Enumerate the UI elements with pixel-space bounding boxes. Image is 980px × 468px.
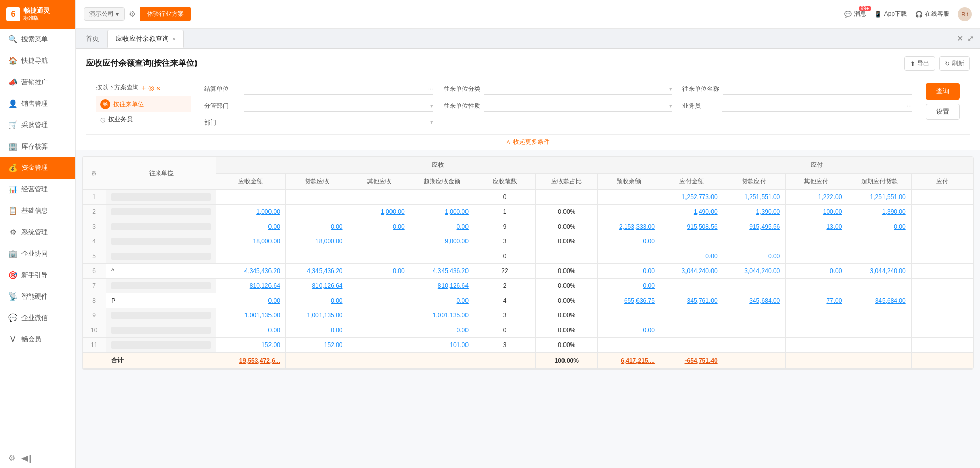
table-cell[interactable]: 13.00 bbox=[786, 219, 847, 234]
filter-edit-icon[interactable]: ◎ bbox=[148, 84, 154, 92]
table-cell[interactable]: 9,000.00 bbox=[410, 234, 474, 249]
table-settings-icon[interactable]: ⚙ bbox=[91, 170, 97, 177]
table-cell[interactable] bbox=[847, 308, 911, 323]
table-cell[interactable]: 4,345,436.20 bbox=[216, 264, 285, 279]
sidebar-item-search[interactable]: 🔍 搜索菜单 bbox=[0, 29, 75, 50]
table-cell[interactable]: 3,044,240.00 bbox=[723, 264, 786, 279]
table-cell[interactable]: 915,508.56 bbox=[660, 219, 723, 234]
table-cell[interactable] bbox=[348, 293, 410, 308]
table-cell[interactable] bbox=[216, 249, 285, 264]
avatar[interactable]: Rit bbox=[958, 7, 972, 21]
query-button[interactable]: 查询 bbox=[926, 83, 960, 100]
table-cell[interactable]: 101.00 bbox=[410, 338, 474, 353]
export-button[interactable]: ⬆ 导出 bbox=[904, 56, 935, 71]
sidebar-item-system[interactable]: ⚙ 系统管理 bbox=[0, 221, 75, 243]
table-cell[interactable] bbox=[660, 234, 723, 249]
table-cell[interactable] bbox=[348, 279, 410, 293]
table-cell[interactable]: 0.00 bbox=[348, 219, 410, 234]
table-cell[interactable]: 0.00 bbox=[216, 323, 285, 338]
table-cell[interactable] bbox=[348, 308, 410, 323]
table-cell[interactable]: 0.00 bbox=[598, 323, 660, 338]
table-cell[interactable] bbox=[660, 338, 723, 353]
sidebar-item-enterprise[interactable]: 🏢 企业协同 bbox=[0, 243, 75, 264]
table-cell[interactable]: 0.00 bbox=[410, 323, 474, 338]
table-cell[interactable]: 1,001,135.00 bbox=[285, 308, 348, 323]
table-cell[interactable]: 1,000.00 bbox=[410, 205, 474, 219]
sidebar-item-basic-info[interactable]: 📋 基础信息 bbox=[0, 200, 75, 221]
sidebar-settings-icon[interactable]: ⚙ bbox=[8, 453, 15, 463]
table-cell[interactable]: 0.00 bbox=[216, 293, 285, 308]
table-cell[interactable]: 1,251,551.00 bbox=[847, 190, 911, 205]
window-expand-icon[interactable]: ⤢ bbox=[967, 34, 974, 43]
table-cell[interactable]: 0.00 bbox=[723, 249, 786, 264]
table-cell[interactable]: 0.00 bbox=[786, 264, 847, 279]
header-settings-icon[interactable]: ⚙ bbox=[129, 9, 136, 19]
table-cell[interactable]: 1,252,773.00 bbox=[660, 190, 723, 205]
table-cell[interactable] bbox=[348, 323, 410, 338]
message-button[interactable]: 💬 消息 99+ bbox=[844, 10, 866, 18]
online-service-button[interactable]: 🎧 在线客服 bbox=[915, 10, 949, 18]
table-cell[interactable] bbox=[410, 190, 474, 205]
table-cell[interactable] bbox=[847, 323, 911, 338]
table-cell[interactable] bbox=[786, 338, 847, 353]
table-cell[interactable]: 0.00 bbox=[847, 219, 911, 234]
table-cell[interactable]: 4,345,436.20 bbox=[285, 264, 348, 279]
tab-close-icon[interactable]: × bbox=[172, 36, 175, 42]
settlement-input[interactable]: ··· bbox=[244, 83, 433, 95]
table-cell[interactable]: 0.00 bbox=[598, 279, 660, 293]
table-cell[interactable]: 1,251,551.00 bbox=[723, 190, 786, 205]
table-cell[interactable]: 345,684.00 bbox=[847, 293, 911, 308]
table-cell[interactable]: 4,345,436.20 bbox=[410, 264, 474, 279]
sidebar-item-finance[interactable]: 💰 资金管理 bbox=[0, 157, 75, 179]
table-cell[interactable]: 1,490.00 bbox=[660, 205, 723, 219]
table-cell[interactable]: 18,000.00 bbox=[285, 234, 348, 249]
table-cell[interactable]: 0.00 bbox=[285, 219, 348, 234]
table-cell[interactable] bbox=[723, 279, 786, 293]
table-cell[interactable] bbox=[847, 338, 911, 353]
table-cell[interactable]: 1,390.00 bbox=[847, 205, 911, 219]
table-cell[interactable]: 77.00 bbox=[786, 293, 847, 308]
sidebar-item-wechat[interactable]: 💬 企业微信 bbox=[0, 307, 75, 329]
th-settings[interactable]: ⚙ bbox=[83, 157, 106, 190]
table-cell[interactable] bbox=[660, 323, 723, 338]
table-cell[interactable]: 810,126.64 bbox=[285, 279, 348, 293]
tab-receivable-query[interactable]: 应收应付余额查询 × bbox=[107, 30, 184, 48]
table-cell[interactable] bbox=[598, 205, 660, 219]
refresh-button[interactable]: ↻ 刷新 bbox=[939, 56, 970, 71]
table-cell[interactable] bbox=[723, 308, 786, 323]
table-cell[interactable] bbox=[348, 190, 410, 205]
table-cell[interactable]: 345,684.00 bbox=[723, 293, 786, 308]
collapse-filter-button[interactable]: ∧ 收起更多条件 bbox=[86, 134, 970, 150]
table-cell[interactable] bbox=[216, 190, 285, 205]
sidebar-item-newbie[interactable]: 🎯 新手引导 bbox=[0, 264, 75, 286]
table-cell[interactable] bbox=[660, 279, 723, 293]
table-cell[interactable] bbox=[285, 249, 348, 264]
table-cell[interactable] bbox=[786, 249, 847, 264]
table-cell[interactable]: 1,000.00 bbox=[348, 205, 410, 219]
table-cell[interactable] bbox=[723, 234, 786, 249]
table-cell[interactable]: 0.00 bbox=[410, 293, 474, 308]
table-cell[interactable]: 1,000.00 bbox=[216, 205, 285, 219]
table-cell[interactable]: 3,044,240.00 bbox=[660, 264, 723, 279]
app-download-button[interactable]: 📱 App下载 bbox=[874, 10, 907, 18]
table-cell[interactable] bbox=[786, 308, 847, 323]
table-cell[interactable]: 1,001,135.00 bbox=[216, 308, 285, 323]
table-cell[interactable] bbox=[285, 205, 348, 219]
sidebar-item-smart-hw[interactable]: 📡 智能硬件 bbox=[0, 286, 75, 307]
table-cell[interactable]: 0.00 bbox=[285, 293, 348, 308]
setting-button[interactable]: 设置 bbox=[926, 104, 960, 120]
table-cell[interactable] bbox=[786, 279, 847, 293]
table-cell[interactable] bbox=[723, 323, 786, 338]
tab-home[interactable]: 首页 bbox=[78, 30, 107, 47]
table-cell[interactable] bbox=[348, 249, 410, 264]
table-cell[interactable]: 0.00 bbox=[285, 323, 348, 338]
table-cell[interactable] bbox=[847, 279, 911, 293]
table-cell[interactable] bbox=[723, 338, 786, 353]
table-cell[interactable]: 2,153,333.00 bbox=[598, 219, 660, 234]
sidebar-collapse-icon[interactable]: ◀‖ bbox=[21, 453, 32, 463]
dept-manager-select[interactable]: ▾ bbox=[244, 101, 433, 112]
table-cell[interactable]: 0.00 bbox=[598, 264, 660, 279]
table-cell[interactable]: 915,495.56 bbox=[723, 219, 786, 234]
sidebar-item-quick-nav[interactable]: 🏠 快捷导航 bbox=[0, 50, 75, 71]
table-cell[interactable]: 0.00 bbox=[660, 249, 723, 264]
